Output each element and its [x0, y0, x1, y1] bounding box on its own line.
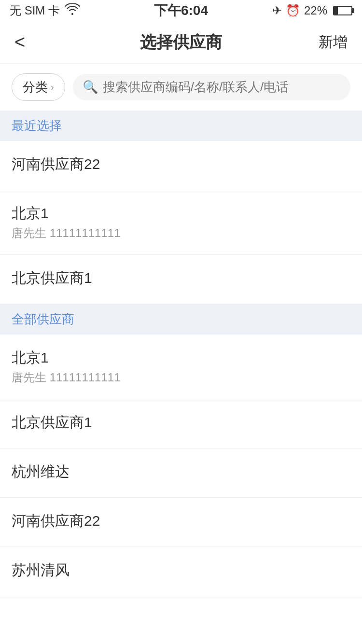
item-name: 河南供应商22 — [12, 511, 350, 531]
list-item[interactable]: 北京供应商1 — [0, 399, 362, 448]
item-name: 河南供应商22 — [12, 154, 350, 174]
item-name: 杭州维达 — [12, 462, 350, 482]
list-item[interactable]: 北京1唐先生 11111111111 — [0, 190, 362, 255]
item-sub: 唐先生 11111111111 — [12, 370, 350, 385]
search-input-wrap: 🔍 — [73, 74, 350, 100]
wifi-icon — [65, 3, 80, 18]
battery-percent: 22% — [304, 4, 327, 17]
list-item[interactable]: 河南供应商22 — [0, 141, 362, 190]
item-name: 北京供应商1 — [12, 268, 350, 288]
status-time: 下午6:04 — [154, 1, 208, 20]
page-title: 选择供应商 — [140, 31, 222, 54]
recent-section-label: 最近选择 — [12, 118, 62, 133]
back-button[interactable]: < — [14, 32, 43, 53]
all-items-list: 北京1唐先生 11111111111北京供应商1杭州维达河南供应商22苏州清风 — [0, 335, 362, 596]
item-name: 北京1 — [12, 204, 350, 224]
nav-bar: < 选择供应商 新增 — [0, 21, 362, 64]
list-item[interactable]: 杭州维达 — [0, 448, 362, 498]
recent-section-header: 最近选择 — [0, 111, 362, 141]
alarm-icon: ⏰ — [286, 4, 300, 17]
item-name: 北京供应商1 — [12, 413, 350, 433]
battery-icon — [333, 6, 352, 15]
add-button[interactable]: 新增 — [319, 32, 348, 52]
list-item[interactable]: 河南供应商22 — [0, 498, 362, 547]
item-sub: 唐先生 11111111111 — [12, 225, 350, 241]
search-area: 分类 › 🔍 — [0, 64, 362, 111]
search-input[interactable] — [103, 80, 341, 95]
status-right: ✈ ⏰ 22% — [272, 4, 352, 17]
list-item[interactable]: 北京供应商1 — [0, 255, 362, 304]
category-label: 分类 — [23, 79, 48, 96]
list-item[interactable]: 苏州清风 — [0, 547, 362, 596]
location-icon: ✈ — [272, 4, 282, 17]
recent-items-list: 河南供应商22北京1唐先生 11111111111北京供应商1 — [0, 141, 362, 304]
all-section-header: 全部供应商 — [0, 304, 362, 335]
status-left: 无 SIM 卡 — [10, 3, 80, 18]
carrier-label: 无 SIM 卡 — [10, 3, 60, 18]
chevron-right-icon: › — [51, 82, 54, 93]
list-item[interactable]: 北京1唐先生 11111111111 — [0, 335, 362, 399]
item-name: 苏州清风 — [12, 560, 350, 580]
search-icon: 🔍 — [83, 80, 98, 95]
item-name: 北京1 — [12, 348, 350, 368]
category-filter-button[interactable]: 分类 › — [12, 73, 65, 101]
all-section-label: 全部供应商 — [12, 312, 74, 326]
status-bar: 无 SIM 卡 下午6:04 ✈ ⏰ 22% — [0, 0, 362, 21]
